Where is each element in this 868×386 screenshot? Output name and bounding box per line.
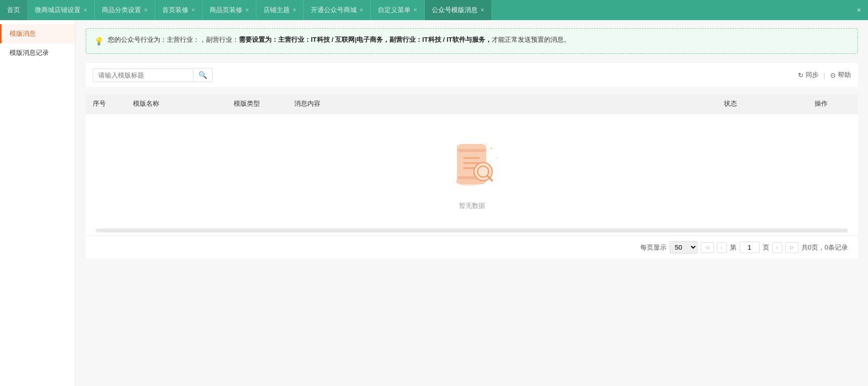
close-all-button[interactable]: × — [850, 0, 868, 20]
tab-open-mall-label: 开通公众号商城 — [311, 6, 357, 15]
search-bar: 🔍 ↻ 同步 | ⊙ 帮助 — [86, 63, 858, 87]
scroll-bar-track[interactable] — [96, 228, 848, 233]
search-button[interactable]: 🔍 — [193, 68, 213, 82]
tab-store-theme[interactable]: 店铺主题 × — [256, 0, 304, 20]
col-template-name: 模版名称 — [126, 94, 227, 114]
tab-custom-menu-label: 自定义菜单 — [378, 6, 411, 15]
sidebar-item-template-message[interactable]: 模版消息 — [0, 24, 75, 43]
empty-state: ✦ ✦ ✦ 暂无数据 — [86, 114, 858, 225]
search-left: 🔍 — [93, 68, 213, 82]
pagination-summary: 共0页，0条记录 — [802, 243, 848, 252]
page-size-select[interactable]: 10 20 50 100 — [670, 241, 698, 254]
svg-text:✦: ✦ — [495, 157, 498, 160]
data-table: 序号 模版名称 模版类型 消息内容 状态 操作 — [86, 94, 858, 225]
svg-text:✦: ✦ — [490, 146, 493, 151]
page-label: 第 — [730, 243, 737, 252]
page-unit: 页 — [763, 243, 769, 252]
tab-store-settings[interactable]: 微商城店铺设置 × — [28, 0, 95, 20]
tab-open-mall[interactable]: 开通公众号商城 × — [304, 0, 371, 20]
tab-template-message-label: 公众号模版消息 — [432, 6, 478, 15]
page-input[interactable] — [740, 242, 760, 253]
tab-template-message[interactable]: 公众号模版消息 × — [425, 0, 492, 20]
sync-icon: ↻ — [798, 71, 804, 79]
close-tab-template-message[interactable]: × — [481, 7, 484, 14]
sync-button[interactable]: ↻ 同步 — [798, 70, 819, 80]
tab-home-label: 首页 — [7, 6, 20, 15]
tab-product-category-label: 商品分类设置 — [102, 6, 141, 15]
empty-state-row: ✦ ✦ ✦ 暂无数据 — [86, 114, 858, 226]
help-icon: ⊙ — [830, 71, 836, 79]
tab-custom-menu[interactable]: 自定义菜单 × — [371, 0, 425, 20]
scroll-bar-row — [86, 225, 858, 236]
col-message-content: 消息内容 — [287, 94, 717, 114]
empty-illustration: ✦ ✦ ✦ — [442, 134, 502, 194]
search-input[interactable] — [93, 68, 193, 82]
content-area: 💡 您的公众号行业为：主营行业：，副营行业：需要设置为：主营行业：IT科技 / … — [76, 20, 868, 386]
tab-store-settings-label: 微商城店铺设置 — [35, 6, 81, 15]
search-right: ↻ 同步 | ⊙ 帮助 — [798, 70, 851, 80]
col-status: 状态 — [717, 94, 808, 114]
close-tab-store-theme[interactable]: × — [293, 7, 296, 14]
data-table-wrap: 序号 模版名称 模版类型 消息内容 状态 操作 — [86, 94, 858, 259]
tab-home[interactable]: 首页 — [0, 0, 28, 20]
close-tab-custom-menu[interactable]: × — [414, 7, 417, 14]
sidebar: 模版消息 模版消息记录 — [0, 20, 76, 386]
tab-product-decor-label: 商品页装修 — [210, 6, 242, 15]
search-icon: 🔍 — [198, 71, 207, 79]
close-tab-store-settings[interactable]: × — [84, 7, 87, 14]
svg-text:✦: ✦ — [486, 142, 488, 145]
last-page-button[interactable]: ⊳ — [785, 242, 798, 253]
col-action: 操作 — [808, 94, 858, 114]
alert-text: 您的公众号行业为：主营行业：，副营行业：需要设置为：主营行业：IT科技 / 互联… — [108, 35, 570, 45]
close-tab-product-category[interactable]: × — [144, 7, 148, 14]
table-header-row: 序号 模版名称 模版类型 消息内容 状态 操作 — [86, 94, 858, 114]
tab-product-decor[interactable]: 商品页装修 × — [203, 0, 256, 20]
main-layout: 模版消息 模版消息记录 💡 您的公众号行业为：主营行业：，副营行业：需要设置为：… — [0, 20, 868, 386]
alert-icon: 💡 — [94, 35, 104, 47]
empty-text: 暂无数据 — [459, 201, 485, 210]
help-button[interactable]: ⊙ 帮助 — [830, 70, 851, 80]
tab-home-decor[interactable]: 首页装修 × — [155, 0, 203, 20]
tab-product-category[interactable]: 商品分类设置 × — [95, 0, 155, 20]
alert-box: 💡 您的公众号行业为：主营行业：，副营行业：需要设置为：主营行业：IT科技 / … — [86, 28, 858, 54]
sidebar-item-template-message-record[interactable]: 模版消息记录 — [0, 43, 75, 62]
tab-home-decor-label: 首页装修 — [162, 6, 188, 15]
tab-store-theme-label: 店铺主题 — [263, 6, 290, 15]
close-tab-open-mall[interactable]: × — [360, 7, 363, 14]
prev-page-button[interactable]: ‹ — [717, 242, 727, 253]
pagination: 每页显示 10 20 50 100 ⊲ ‹ 第 页 › ⊳ 共0页，0条记录 — [86, 236, 858, 259]
next-page-button[interactable]: › — [772, 242, 782, 253]
close-tab-product-decor[interactable]: × — [245, 7, 249, 14]
top-nav: 首页 微商城店铺设置 × 商品分类设置 × 首页装修 × 商品页装修 × 店铺主… — [0, 0, 868, 20]
first-page-button[interactable]: ⊲ — [701, 242, 714, 253]
close-tab-home-decor[interactable]: × — [191, 7, 195, 14]
page-size-label: 每页显示 — [640, 243, 666, 252]
col-template-type: 模版类型 — [227, 94, 287, 114]
divider: | — [824, 71, 825, 79]
col-index: 序号 — [86, 94, 126, 114]
